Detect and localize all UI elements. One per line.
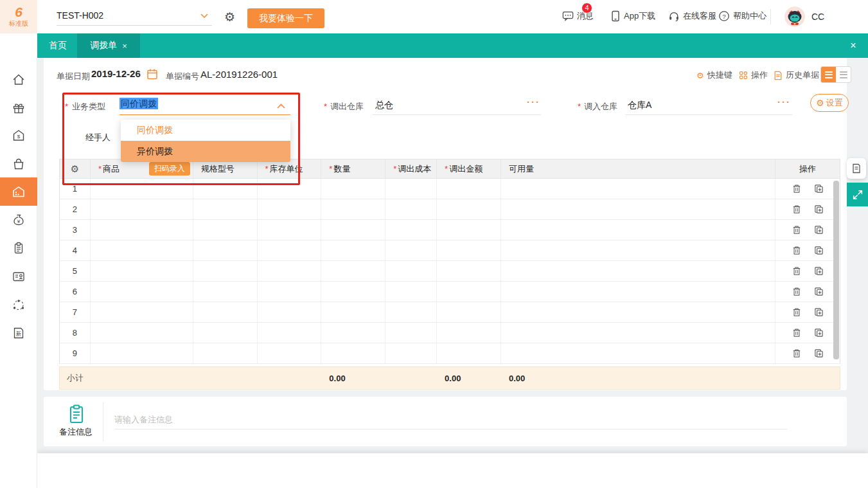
tab-home[interactable]: 首页 xyxy=(39,33,77,58)
delete-row-icon[interactable] xyxy=(792,184,801,194)
cell-available[interactable] xyxy=(501,179,775,199)
cell-unit[interactable] xyxy=(258,282,322,302)
cell-amount[interactable] xyxy=(437,343,501,363)
out-warehouse-more-icon[interactable]: ··· xyxy=(527,96,540,107)
cell-cost[interactable] xyxy=(385,343,437,363)
in-warehouse-more-icon[interactable]: ··· xyxy=(777,96,791,107)
online-service-button[interactable]: 在线客服 xyxy=(668,10,716,22)
out-warehouse-value[interactable]: 总仓 xyxy=(375,100,393,111)
cell-product[interactable] xyxy=(91,261,193,281)
copy-row-icon[interactable] xyxy=(814,287,824,296)
cell-product[interactable] xyxy=(91,343,193,363)
list-view-button[interactable] xyxy=(821,67,836,82)
cell-qty[interactable] xyxy=(321,220,385,240)
cell-qty[interactable] xyxy=(321,323,385,343)
copy-row-icon[interactable] xyxy=(814,204,824,214)
cell-product[interactable] xyxy=(91,323,193,343)
copy-row-icon[interactable] xyxy=(814,225,824,235)
cell-spec[interactable] xyxy=(193,343,258,363)
copy-row-icon[interactable] xyxy=(814,184,824,194)
in-warehouse-value[interactable]: 仓库A xyxy=(628,100,651,111)
cell-spec[interactable] xyxy=(193,302,258,322)
delete-row-icon[interactable] xyxy=(792,204,801,214)
delete-row-icon[interactable] xyxy=(792,225,801,235)
cell-cost[interactable] xyxy=(385,323,437,343)
experience-button[interactable]: 我要体验一下 xyxy=(247,8,324,28)
sidebar-item-gift[interactable] xyxy=(0,94,37,122)
copy-row-icon[interactable] xyxy=(814,266,824,276)
cell-unit[interactable] xyxy=(258,343,322,363)
delete-row-icon[interactable] xyxy=(792,266,801,276)
cell-qty[interactable] xyxy=(321,199,385,219)
cell-spec[interactable] xyxy=(193,261,258,281)
cell-product[interactable] xyxy=(91,302,193,322)
cell-amount[interactable] xyxy=(437,179,501,199)
cell-spec[interactable] xyxy=(193,199,258,219)
copy-row-icon[interactable] xyxy=(814,307,824,317)
cell-product[interactable] xyxy=(91,220,193,240)
sidebar-item-reports[interactable] xyxy=(0,234,37,262)
date-value[interactable]: 2019-12-26 xyxy=(91,68,141,79)
app-download-button[interactable]: App下载 xyxy=(610,10,655,22)
cell-qty[interactable] xyxy=(321,261,385,281)
sidebar-item-contacts[interactable] xyxy=(0,262,37,291)
sidebar-item-warehouse[interactable] xyxy=(0,177,37,206)
cell-cost[interactable] xyxy=(385,240,437,260)
cell-unit[interactable] xyxy=(258,323,322,343)
delete-row-icon[interactable] xyxy=(792,328,801,338)
sidebar-item-network[interactable] xyxy=(0,291,37,319)
table-settings-icon[interactable]: ⚙ xyxy=(71,163,79,175)
cell-amount[interactable] xyxy=(437,199,501,219)
copy-row-icon[interactable] xyxy=(814,348,824,358)
cell-cost[interactable] xyxy=(385,261,437,281)
cell-available[interactable] xyxy=(501,199,775,219)
cell-unit[interactable] xyxy=(258,261,322,281)
cell-spec[interactable] xyxy=(193,240,258,260)
settings-button[interactable]: ⚙ 设置 xyxy=(810,94,849,112)
cell-qty[interactable] xyxy=(321,240,385,260)
cell-unit[interactable] xyxy=(258,220,322,240)
help-center-button[interactable]: ? 帮助中心 xyxy=(718,10,766,22)
business-type-field[interactable]: 同价调拨 xyxy=(120,98,158,110)
copy-row-icon[interactable] xyxy=(814,246,824,255)
cell-qty[interactable] xyxy=(321,282,385,302)
cell-spec[interactable] xyxy=(193,179,258,199)
cell-unit[interactable] xyxy=(258,302,322,322)
cell-qty[interactable] xyxy=(321,343,385,363)
cell-available[interactable] xyxy=(501,343,775,363)
account-settings-icon[interactable]: ⚙ xyxy=(224,10,235,24)
sidebar-item-new[interactable]: 新 xyxy=(0,319,37,347)
cell-amount[interactable] xyxy=(437,220,501,240)
cell-available[interactable] xyxy=(501,240,775,260)
cell-unit[interactable] xyxy=(258,240,322,260)
cell-available[interactable] xyxy=(501,323,775,343)
cell-product[interactable] xyxy=(91,199,193,219)
calendar-icon[interactable] xyxy=(146,68,158,80)
expand-fullscreen-button[interactable] xyxy=(847,183,868,206)
shortcut-keys-button[interactable]: ⚙ 快捷键 xyxy=(696,69,732,81)
cell-amount[interactable] xyxy=(437,240,501,260)
sidebar-item-purchase[interactable] xyxy=(0,150,37,178)
cell-amount[interactable] xyxy=(437,323,501,343)
account-select[interactable]: TEST-H002 xyxy=(57,8,212,26)
sidebar-item-home[interactable] xyxy=(0,66,37,94)
delete-row-icon[interactable] xyxy=(792,307,801,317)
cell-cost[interactable] xyxy=(385,302,437,322)
cell-spec[interactable] xyxy=(193,282,258,302)
delete-row-icon[interactable] xyxy=(792,287,801,296)
dropdown-option-diff-price[interactable]: 异价调拨 xyxy=(121,141,290,162)
detail-view-button[interactable] xyxy=(836,67,851,82)
scan-entry-button[interactable]: 扫码录入 xyxy=(149,162,190,176)
delete-row-icon[interactable] xyxy=(792,246,801,255)
tab-transfer-order[interactable]: 调拨单 × xyxy=(77,33,140,58)
copy-row-icon[interactable] xyxy=(814,328,824,338)
side-note-button[interactable] xyxy=(847,158,866,179)
cell-amount[interactable] xyxy=(437,302,501,322)
history-orders-button[interactable]: 历史单据 xyxy=(774,69,819,81)
sidebar-item-finance[interactable]: ¥ xyxy=(0,206,37,234)
cell-cost[interactable] xyxy=(385,282,437,302)
cell-qty[interactable] xyxy=(321,179,385,199)
cell-spec[interactable] xyxy=(193,323,258,343)
cell-cost[interactable] xyxy=(385,179,437,199)
cell-spec[interactable] xyxy=(193,220,258,240)
